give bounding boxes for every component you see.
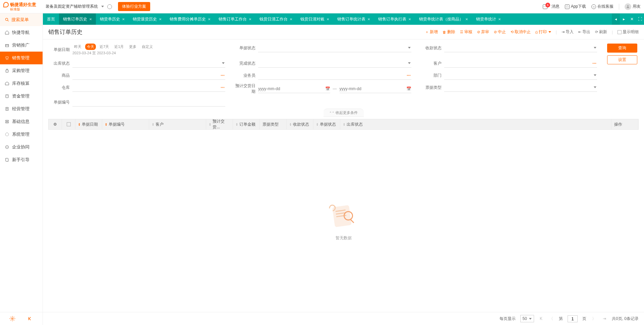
pay-status-select[interactable] bbox=[444, 44, 597, 52]
tab-9[interactable]: 销售订单执行表✕ bbox=[374, 13, 415, 25]
close-icon[interactable]: ✕ bbox=[208, 17, 211, 21]
col-checkbox[interactable] bbox=[62, 119, 75, 129]
col-date[interactable]: ▲▼单据日期 bbox=[75, 119, 102, 129]
collapse-icon[interactable] bbox=[27, 316, 33, 322]
next-page[interactable]: 〉 bbox=[591, 316, 597, 322]
date-custom[interactable]: 自定义 bbox=[140, 44, 155, 50]
settings-icon[interactable] bbox=[9, 316, 15, 322]
system-selector[interactable]: 装备及固定资产辅助管理系统 bbox=[46, 4, 98, 9]
first-page[interactable]: K bbox=[539, 316, 543, 321]
export-button[interactable]: ⇤导出 bbox=[578, 29, 590, 35]
col-amount[interactable]: ▲▼订单金额 bbox=[233, 119, 260, 129]
col-ticket[interactable]: 票据类型 bbox=[260, 119, 287, 129]
tabs-scroll-right[interactable]: ▸ bbox=[620, 13, 628, 25]
show-detail-toggle[interactable]: 显示明细 bbox=[618, 29, 639, 35]
tab-6[interactable]: 钱货日清工作台✕ bbox=[255, 13, 296, 25]
product-picker[interactable]: ⋯ bbox=[72, 71, 225, 80]
prev-page[interactable]: 〈 bbox=[548, 316, 554, 322]
try-industry-button[interactable]: 体验行业方案 bbox=[118, 2, 150, 11]
col-pay[interactable]: ▲▼收款状态 bbox=[287, 119, 313, 129]
sidebar-item-business[interactable]: 经营管理 bbox=[0, 103, 43, 115]
delete-button[interactable]: 🗑删除 bbox=[443, 29, 455, 35]
col-doc-status[interactable]: ▲▼单据状态 bbox=[313, 119, 340, 129]
sidebar-item-basedata[interactable]: 基础信息 bbox=[0, 115, 43, 128]
done-status-select[interactable] bbox=[258, 59, 411, 68]
page-size-select[interactable]: 50 bbox=[520, 315, 534, 322]
support-link[interactable]: ∩ 在线客服 bbox=[591, 4, 613, 9]
sidebar-item-guide[interactable]: 新手引导 bbox=[0, 153, 43, 166]
col-settings[interactable]: ⚙ bbox=[49, 119, 62, 129]
close-icon[interactable]: ✕ bbox=[498, 17, 501, 21]
page-title: 销售订单历史 bbox=[48, 28, 82, 36]
collapse-filters[interactable]: ⌃⌃ 收起更多条件 bbox=[324, 109, 364, 117]
close-icon[interactable]: ✕ bbox=[122, 17, 125, 21]
close-icon[interactable]: ✕ bbox=[249, 17, 251, 21]
tabs-scroll-left[interactable]: ◂ bbox=[612, 13, 620, 25]
tabs-close-all[interactable]: ✕ bbox=[628, 13, 636, 25]
sidebar-item-quicknav[interactable]: 快捷导航 bbox=[0, 26, 43, 39]
sidebar-item-marketing[interactable]: 营销推广 bbox=[0, 39, 43, 52]
sidebar-item-collab[interactable]: 企业协同 bbox=[0, 141, 43, 153]
tab-7[interactable]: 钱货日清对账✕ bbox=[296, 13, 333, 25]
refresh-button[interactable]: ⟳刷新 bbox=[595, 29, 607, 35]
doc-status-select[interactable] bbox=[258, 44, 411, 52]
out-status-select[interactable] bbox=[72, 59, 225, 68]
tab-8[interactable]: 销售订单统计表✕ bbox=[333, 13, 374, 25]
last-page[interactable]: ⇥ bbox=[602, 316, 607, 321]
col-no[interactable]: ▲▼单据编号 bbox=[102, 119, 149, 129]
salesman-picker[interactable]: ⋯ bbox=[258, 71, 411, 80]
page-input[interactable] bbox=[568, 315, 578, 322]
close-icon[interactable]: ✕ bbox=[465, 17, 468, 21]
add-button[interactable]: ＋新增 bbox=[425, 29, 438, 35]
date-today[interactable]: 今天 bbox=[85, 44, 96, 50]
ticket-type-select[interactable] bbox=[444, 83, 597, 92]
col-customer[interactable]: ▲▼客户 bbox=[149, 119, 206, 129]
import-button[interactable]: ⇥导入 bbox=[562, 29, 574, 35]
abandon-button[interactable]: ⊘弃审 bbox=[477, 29, 489, 35]
date-more[interactable]: 更多 bbox=[127, 44, 138, 50]
close-icon[interactable]: ✕ bbox=[367, 17, 370, 21]
dept-select[interactable] bbox=[444, 71, 597, 80]
warehouse-picker[interactable]: ⋯ bbox=[72, 83, 225, 92]
date-7d[interactable]: 近7天 bbox=[98, 44, 111, 50]
audit-button[interactable]: ☰审核 bbox=[460, 29, 472, 35]
stop-button[interactable]: ⊘中止 bbox=[494, 29, 506, 35]
tab-10[interactable]: 销货单统计表（按商品）✕ bbox=[415, 13, 472, 25]
customer-picker[interactable]: ⋯ bbox=[444, 59, 597, 68]
tab-2[interactable]: 销货单历史✕ bbox=[96, 13, 129, 25]
sidebar-item-sales[interactable]: 销售管理 bbox=[0, 52, 43, 64]
deliver-date-to[interactable]: 📅 bbox=[340, 84, 411, 93]
tab-11[interactable]: 销货单统计✕ bbox=[472, 13, 505, 25]
tabs-fullscreen[interactable]: ⛶ bbox=[636, 13, 644, 25]
gear-icon[interactable] bbox=[107, 4, 112, 9]
deliver-date-from[interactable]: 📅 bbox=[258, 84, 330, 93]
tab-3[interactable]: 销货退货历史✕ bbox=[129, 13, 166, 25]
tab-0[interactable]: 首页 bbox=[43, 13, 59, 25]
sidebar-item-system[interactable]: 系统管理 bbox=[0, 128, 43, 141]
col-deliver[interactable]: ▲▼预计交货... bbox=[206, 119, 233, 129]
unstop-button[interactable]: ⟲取消中止 bbox=[511, 29, 531, 35]
menu-search[interactable]: 搜索菜单 bbox=[0, 13, 43, 26]
app-download-link[interactable]: □ App下载 bbox=[565, 4, 586, 9]
user-menu[interactable]: 用友 bbox=[625, 3, 641, 10]
col-out-status[interactable]: ▲▼出库状态 bbox=[340, 119, 611, 129]
sidebar-item-finance[interactable]: 资金管理 bbox=[0, 90, 43, 103]
close-icon[interactable]: ✕ bbox=[327, 17, 329, 21]
date-yesterday[interactable]: 昨天 bbox=[72, 44, 83, 50]
date-1m[interactable]: 近1月 bbox=[113, 44, 125, 50]
tab-5[interactable]: 销售订单工作台✕ bbox=[215, 13, 255, 25]
tab-1[interactable]: 销售订单历史✕ bbox=[59, 13, 96, 25]
chevron-down-icon[interactable] bbox=[101, 6, 104, 7]
doc-no-input[interactable] bbox=[72, 98, 225, 107]
sidebar-item-purchase[interactable]: 采购管理 bbox=[0, 64, 43, 77]
sidebar-item-inventory[interactable]: 库存核算 bbox=[0, 77, 43, 90]
settings-button[interactable]: 设置 bbox=[607, 55, 637, 64]
close-icon[interactable]: ✕ bbox=[89, 17, 92, 21]
query-button[interactable]: 查询 bbox=[607, 44, 637, 53]
close-icon[interactable]: ✕ bbox=[159, 17, 162, 21]
close-icon[interactable]: ✕ bbox=[408, 17, 411, 21]
print-button[interactable]: ⎙打印 bbox=[535, 29, 551, 35]
close-icon[interactable]: ✕ bbox=[290, 17, 292, 21]
tab-4[interactable]: 销售费用分摊单历史✕ bbox=[166, 13, 215, 25]
messages-link[interactable]: ⋯ 6 消息 bbox=[543, 4, 560, 9]
